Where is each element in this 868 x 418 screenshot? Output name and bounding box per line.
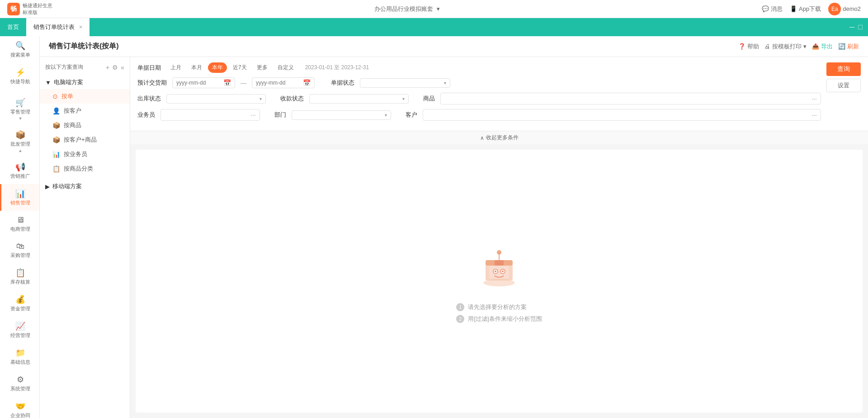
sidebar-item-inventory[interactable]: 📋 库存核算 [0, 263, 39, 290]
collapse-bar[interactable]: ∧ 收起更多条件 [130, 131, 868, 144]
status-select-arrow-icon: ▾ [444, 81, 446, 86]
payment-select[interactable]: ▾ [309, 94, 409, 104]
tab-home[interactable]: 首页 [0, 18, 26, 36]
expected-date-start-field[interactable] [176, 80, 222, 86]
app-title-dropdown[interactable]: ▾ [437, 5, 440, 12]
sidebar-item-basics[interactable]: 📁 基础信息 [0, 343, 39, 370]
app-download-label: App下载 [799, 5, 821, 13]
payment-label: 收款状态 [280, 95, 304, 103]
logo-version: 标准版 [23, 9, 52, 15]
main-layout: 🔍 搜索菜单 ⚡ 快捷导航 🛒 零售管理 ▼ 📦 批发管理 ▲ 📢 营销推广 📊… [0, 36, 868, 418]
scheme-item-byorder[interactable]: ⊙ 按单 [40, 89, 130, 104]
filter-row-2: 预计交货期 📅 — 📅 单据状态 [137, 77, 821, 88]
ecommerce-icon: 🖥 [16, 215, 24, 225]
query-button[interactable]: 查询 [826, 62, 861, 76]
scheme-group-mobile-header[interactable]: ▶ 移动端方案 [40, 180, 130, 193]
status-select[interactable]: ▾ [360, 78, 450, 88]
app-download-icon: 📱 [790, 5, 797, 12]
bycustomer-label: 按客户 [64, 107, 81, 115]
scheme-item-bycategory[interactable]: 📋 按商品分类 [40, 162, 130, 176]
scheme-group-pc-header[interactable]: ▼ 电脑端方案 [40, 76, 130, 89]
inventory-icon: 📋 [15, 268, 25, 278]
user-profile[interactable]: Ea demo2 [828, 3, 861, 15]
last7-btn[interactable]: 近7天 [229, 62, 251, 73]
sidebar-item-retail[interactable]: 🛒 零售管理 ▼ [0, 93, 39, 125]
sidebar-item-enterprise[interactable]: 🤝 企业协同 [0, 397, 39, 418]
last-month-btn[interactable]: 上月 [166, 62, 185, 73]
sidebar-item-system[interactable]: ⚙ 系统管理 [0, 370, 39, 397]
svg-point-7 [495, 271, 496, 272]
scheme-item-bygoods[interactable]: 📦 按商品 [40, 118, 130, 133]
search-icon: 🔍 [15, 41, 25, 51]
main-body: 按以下方案查询 + ⚙ « ▼ 电脑端方案 ⊙ 按单 [40, 57, 868, 418]
tab-maximize-icon[interactable]: □ [858, 23, 863, 31]
content-area: 销售订单统计表(按单) ❓ 帮助 🖨 按模板打印 ▾ 📤 导出 🔄 刷新 [40, 36, 868, 418]
customer-field[interactable] [427, 112, 811, 119]
filter-row-4: 业务员 ··· 部门 ▾ 客户 [137, 109, 821, 121]
this-year-btn[interactable]: 本年 [208, 62, 227, 73]
bycategory-label: 按商品分类 [64, 165, 93, 173]
sidebar-item-wholesale[interactable]: 📦 批发管理 ▲ [0, 125, 39, 157]
sidebar-item-operations[interactable]: 📈 经营管理 [0, 317, 39, 343]
outbound-select[interactable]: ▾ [166, 94, 266, 104]
goods-input[interactable]: ··· [440, 93, 821, 104]
print-arrow-icon: ▾ [803, 43, 807, 50]
settings-button[interactable]: 设置 [826, 79, 861, 92]
pc-group-label: 电脑端方案 [54, 78, 83, 86]
this-month-btn[interactable]: 本月 [187, 62, 206, 73]
sidebar-item-marketing[interactable]: 📢 营销推广 [0, 157, 39, 184]
page-header-actions: ❓ 帮助 🖨 按模板打印 ▾ 📤 导出 🔄 刷新 [738, 43, 859, 51]
goods-field[interactable] [444, 95, 811, 102]
custom-date-btn[interactable]: 自定义 [274, 62, 298, 73]
scheme-panel: 按以下方案查询 + ⚙ « ▼ 电脑端方案 ⊙ 按单 [40, 57, 130, 418]
purchase-icon: 🛍 [16, 242, 24, 251]
bysalesperson-label: 按业务员 [64, 150, 87, 158]
home-tab-label: 首页 [7, 23, 19, 31]
quicknav-icon: ⚡ [15, 67, 25, 77]
goods-more-icon[interactable]: ··· [811, 95, 817, 102]
expected-date-end-field[interactable] [256, 80, 301, 86]
avatar: Ea [828, 3, 841, 15]
customer-input[interactable]: ··· [423, 109, 821, 121]
export-button[interactable]: 📤 导出 [812, 43, 833, 51]
date-filter-label: 单据日期 [137, 64, 161, 72]
tab-minimize-icon[interactable]: ─ [849, 23, 854, 31]
sidebar-item-purchase[interactable]: 🛍 采购管理 [0, 237, 39, 263]
scheme-item-bycustomer[interactable]: 👤 按客户 [40, 104, 130, 118]
sales-icon: 📊 [15, 189, 25, 199]
scheme-item-bycustomergoods[interactable]: 📦 按客户+商品 [40, 133, 130, 147]
salesperson-input[interactable]: ··· [160, 109, 260, 121]
message-button[interactable]: 💬 消息 [762, 5, 783, 13]
payment-arrow-icon: ▾ [402, 96, 405, 101]
refresh-button[interactable]: 🔄 刷新 [838, 43, 859, 51]
print-label: 按模板打印 [772, 43, 802, 51]
sidebar-item-quicknav[interactable]: ⚡ 快捷导航 [0, 63, 39, 90]
expected-date-end-input[interactable]: 📅 [252, 77, 315, 88]
app-title: 办公用品行业模拟账套 [374, 5, 433, 13]
sidebar-item-sales[interactable]: 📊 销售管理 [0, 184, 39, 211]
tip-text-1: 请先选择要分析的方案 [468, 303, 527, 311]
sidebar-item-ecommerce[interactable]: 🖥 电商管理 [0, 211, 39, 237]
top-bar-left: 畅 畅捷通好生意 标准版 [7, 2, 52, 15]
mobile-group-arrow-icon: ▶ [45, 183, 50, 190]
tab-close-icon[interactable]: × [79, 24, 82, 30]
print-button[interactable]: 🖨 按模板打印 ▾ [764, 43, 807, 51]
bygoods-icon: 📦 [52, 122, 60, 129]
tab-sales-order[interactable]: 销售订单统计表 × [26, 18, 90, 36]
customer-more-icon[interactable]: ··· [811, 111, 817, 119]
dept-select[interactable]: ▾ [292, 110, 391, 120]
more-date-btn[interactable]: 更多 [253, 62, 272, 73]
expected-date-start-input[interactable]: 📅 [172, 77, 235, 88]
sidebar-item-search[interactable]: 🔍 搜索菜单 [0, 36, 39, 63]
salesperson-more-icon[interactable]: ··· [250, 111, 256, 119]
help-button[interactable]: ❓ 帮助 [738, 43, 759, 51]
scheme-settings-icon[interactable]: ⚙ [112, 64, 118, 71]
salesperson-field[interactable] [165, 112, 250, 119]
app-download-button[interactable]: 📱 App下载 [790, 5, 821, 13]
scheme-item-bysalesperson[interactable]: 📊 按业务员 [40, 147, 130, 162]
logo-text: 畅捷通好生意 标准版 [23, 2, 52, 15]
sidebar-item-finance[interactable]: 💰 资金管理 [0, 290, 39, 317]
collapse-label: 收起更多条件 [486, 134, 519, 142]
scheme-add-icon[interactable]: + [106, 64, 109, 71]
scheme-collapse-icon[interactable]: « [121, 64, 124, 71]
